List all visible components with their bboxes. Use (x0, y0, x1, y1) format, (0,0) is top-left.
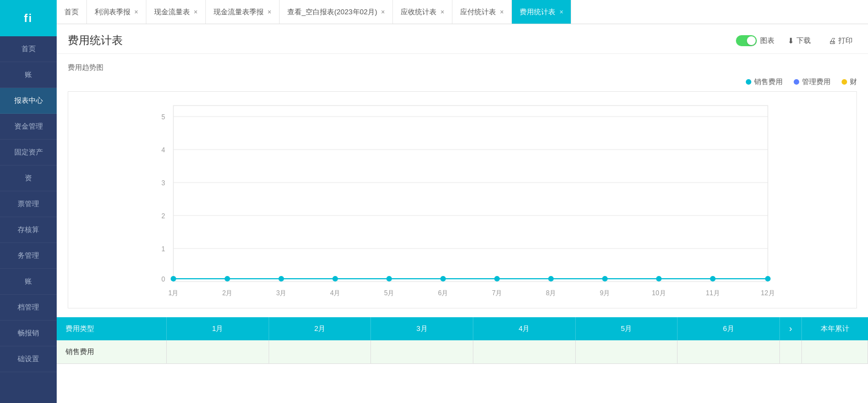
svg-point-19 (494, 276, 500, 281)
sidebar-item-ledger[interactable]: 账 (0, 269, 57, 295)
table-row: 销售费用 (57, 340, 868, 364)
chart-legend: 销售费用 管理费用 财 (68, 77, 857, 87)
nav-next-button[interactable]: › (789, 324, 792, 334)
tab-profit-quarter[interactable]: 利润表季报 × (87, 0, 146, 24)
svg-point-17 (386, 276, 392, 281)
legend-finance: 财 (842, 77, 857, 87)
sidebar-item-expense[interactable]: 畅报销 (0, 321, 57, 346)
svg-point-20 (548, 276, 554, 281)
main-area: 首页 利润表季报 × 现金流量表 × 现金流量表季报 × 查看_空白报表(202… (57, 0, 868, 403)
sidebar-item-archive[interactable]: 档管理 (0, 295, 57, 321)
sidebar-item-reports[interactable]: 报表中心 (0, 88, 57, 114)
page-title: 费用统计表 (68, 33, 123, 48)
chart-title: 费用趋势图 (68, 63, 857, 73)
sidebar-item-inventory[interactable]: 存核算 (0, 217, 57, 243)
th-nav[interactable]: › (780, 317, 802, 340)
td-m4 (473, 340, 576, 363)
sidebar-item-funds[interactable]: 资金管理 (0, 114, 57, 140)
close-tab-payable[interactable]: × (500, 9, 504, 15)
svg-text:3: 3 (161, 179, 165, 187)
legend-admin: 管理费用 (794, 77, 831, 87)
svg-text:2: 2 (161, 212, 165, 220)
print-icon: 🖨 (828, 36, 836, 45)
th-m5: 5月 (576, 317, 678, 340)
trend-chart-svg: 5 4 3 2 1 0 (68, 92, 856, 306)
svg-rect-12 (173, 106, 768, 281)
chart-svg: 5 4 3 2 1 0 (68, 91, 857, 308)
svg-point-16 (332, 276, 338, 281)
sidebar-item-home[interactable]: 首页 (0, 36, 57, 62)
legend-dot-sales (746, 79, 751, 85)
svg-text:3月: 3月 (276, 289, 287, 297)
svg-text:6月: 6月 (438, 289, 449, 297)
tab-cashflow[interactable]: 现金流量表 × (146, 0, 206, 24)
tab-cashflow-quarter[interactable]: 现金流量表季报 × (206, 0, 280, 24)
legend-label-finance: 财 (850, 77, 857, 87)
close-tab-profit-quarter[interactable]: × (134, 9, 138, 15)
header-actions: 图表 ⬇ 下载 🖨 打印 (736, 34, 857, 48)
th-m6: 6月 (678, 317, 780, 340)
toggle-track[interactable] (736, 35, 757, 46)
td-total (802, 340, 868, 363)
svg-text:10月: 10月 (652, 289, 665, 297)
sidebar-item-invoice[interactable]: 票管理 (0, 191, 57, 217)
close-tab-receivable[interactable]: × (440, 9, 444, 15)
close-tab-expense-stat[interactable]: × (559, 9, 563, 15)
th-m1: 1月 (167, 317, 269, 340)
svg-point-18 (440, 276, 446, 281)
sidebar-item-asset2[interactable]: 资 (0, 165, 57, 191)
svg-point-21 (602, 276, 608, 281)
sidebar-item-settings[interactable]: 础设置 (0, 346, 57, 372)
th-total: 本年累计 (802, 317, 868, 340)
legend-dot-admin (794, 79, 799, 85)
td-m2 (269, 340, 372, 363)
sidebar-logo: fi (0, 0, 57, 36)
svg-text:1月: 1月 (168, 289, 179, 297)
sidebar: fi 首页 账 报表中心 资金管理 固定资产 资 票管理 存核算 务管理 账 档… (0, 0, 57, 403)
svg-text:0: 0 (161, 275, 165, 283)
td-m1 (167, 340, 269, 363)
td-type: 销售费用 (57, 340, 167, 363)
chart-container: 费用趋势图 销售费用 管理费用 财 5 (57, 54, 868, 317)
toggle-thumb (747, 36, 756, 45)
svg-text:8月: 8月 (546, 289, 556, 297)
svg-text:12月: 12月 (761, 289, 774, 297)
download-button[interactable]: ⬇ 下载 (783, 34, 815, 48)
legend-dot-finance (842, 79, 847, 85)
td-m5 (576, 340, 678, 363)
legend-label-admin: 管理费用 (802, 77, 831, 87)
tab-receivable[interactable]: 应收统计表 × (393, 0, 452, 24)
td-m3 (371, 340, 473, 363)
legend-label-sales: 销售费用 (754, 77, 783, 87)
tab-bar: 首页 利润表季报 × 现金流量表 × 现金流量表季报 × 查看_空白报表(202… (57, 0, 868, 24)
data-table: 费用类型 1月 2月 3月 4月 5月 6月 (57, 317, 868, 364)
tab-payable[interactable]: 应付统计表 × (452, 0, 512, 24)
svg-point-15 (279, 276, 284, 281)
close-tab-blank-report[interactable]: × (381, 9, 385, 15)
svg-text:11月: 11月 (706, 289, 719, 297)
table-header-row: 费用类型 1月 2月 3月 4月 5月 6月 (57, 317, 868, 340)
tab-expense-stat[interactable]: 费用统计表 × (512, 0, 571, 24)
svg-point-13 (171, 276, 176, 281)
sidebar-item-account[interactable]: 账 (0, 62, 57, 88)
tab-blank-report[interactable]: 查看_空白报表(2023年02月) × (280, 0, 393, 24)
close-tab-cashflow[interactable]: × (194, 9, 198, 15)
svg-text:4月: 4月 (330, 289, 341, 297)
sidebar-item-fixed-assets[interactable]: 固定资产 (0, 140, 57, 165)
close-tab-cashflow-quarter[interactable]: × (268, 9, 271, 15)
legend-sales: 销售费用 (746, 77, 783, 87)
th-m2: 2月 (269, 317, 372, 340)
page-header: 费用统计表 图表 ⬇ 下载 🖨 打印 (57, 24, 868, 54)
print-button[interactable]: 🖨 打印 (824, 34, 857, 48)
tab-home[interactable]: 首页 (57, 0, 87, 24)
svg-point-23 (710, 276, 716, 281)
chart-toggle[interactable]: 图表 (736, 35, 774, 46)
td-m6 (678, 340, 780, 363)
svg-text:5: 5 (161, 113, 165, 121)
svg-text:7月: 7月 (492, 289, 503, 297)
td-nav (780, 340, 802, 363)
svg-point-22 (656, 276, 662, 281)
th-type: 费用类型 (57, 317, 167, 340)
sidebar-item-business[interactable]: 务管理 (0, 243, 57, 269)
svg-text:9月: 9月 (600, 289, 610, 297)
